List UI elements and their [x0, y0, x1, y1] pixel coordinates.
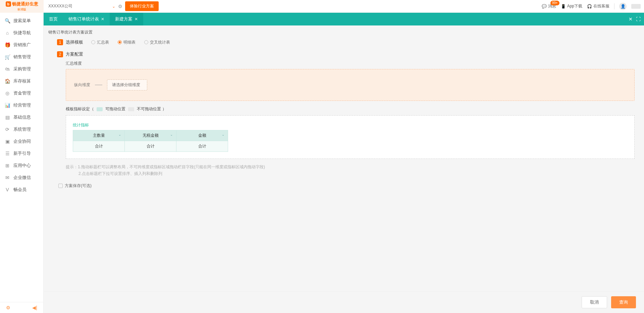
metric-header-main-qty[interactable]: 主数量 ⌄ — [73, 130, 125, 141]
nav-wework[interactable]: ✉企业微信 — [0, 172, 43, 184]
save-scheme-checkbox[interactable] — [58, 184, 63, 188]
company-name: XXXXXX公司 — [48, 3, 72, 9]
nav-basic-info[interactable]: ▤基础信息 — [0, 111, 43, 123]
nav-label: 库存核算 — [13, 78, 31, 84]
nav-funds[interactable]: ◎资金管理 — [0, 87, 43, 99]
nav-label: 新手引导 — [13, 150, 31, 156]
sidebar-collapse-icon[interactable]: ◀| — [32, 305, 37, 310]
sidebar-footer: ⚙ ◀| — [0, 302, 43, 313]
metrics-legend: 模板指标设定（ 可拖动位置 不可拖动位置 ） — [66, 106, 635, 112]
nav-apps[interactable]: ⊞应用中心 — [0, 160, 43, 172]
tab-bar: 首页 销售订单统计表 ✕ 新建方案 ✕ ✕ ⛶ — [44, 13, 644, 25]
nav-quick[interactable]: ⌂快捷导航 — [0, 27, 43, 39]
apps-icon: ⊞ — [5, 163, 10, 168]
doc-icon: ▤ — [5, 115, 10, 120]
tips-block: 提示：1.拖动标题栏可以调整布局，不可跨维度或指标区域拖动栏目字段(只能在同一维… — [66, 164, 635, 177]
phone-icon: 📱 — [561, 4, 566, 9]
tab-close-icon[interactable]: ✕ — [101, 17, 104, 21]
message-button[interactable]: 💬 消息 99+ — [542, 3, 556, 9]
settings-gear-icon[interactable]: ⚙ — [118, 4, 122, 9]
nav-sales[interactable]: 🛒销售管理 — [0, 51, 43, 63]
query-button[interactable]: 查询 — [611, 296, 636, 308]
template-radio-group: 汇总表 明细表 交叉统计表 — [91, 40, 170, 45]
radio-detail[interactable]: 明细表 — [118, 40, 136, 45]
experience-button[interactable]: 体验行业方案 — [125, 1, 159, 11]
nav-search-menu[interactable]: 🔍搜索菜单 — [0, 15, 43, 27]
chevron-down-icon[interactable]: ⌄ — [118, 133, 121, 136]
nav-label: 营销推广 — [13, 42, 31, 48]
nav-list: 🔍搜索菜单 ⌂快捷导航 🎁营销推广 🛒销售管理 🛍采购管理 🏠库存核算 ◎资金管… — [0, 13, 43, 302]
nav-label: 基础信息 — [13, 114, 31, 120]
radio-label: 明细表 — [123, 40, 136, 45]
app-download-button[interactable]: 📱 App下载 — [561, 3, 582, 9]
gear-icon: ⟳ — [5, 127, 10, 132]
radio-dot-icon — [91, 40, 95, 44]
nav-system[interactable]: ⟳系统管理 — [0, 123, 43, 135]
nav-label: 采购管理 — [13, 66, 31, 72]
nav-label: 搜索菜单 — [13, 18, 31, 24]
nav-inventory[interactable]: 🏠库存核算 — [0, 75, 43, 87]
radio-label: 交叉统计表 — [150, 40, 170, 45]
nav-label: 系统管理 — [13, 126, 31, 132]
tabs-close-all-icon[interactable]: ✕ — [629, 16, 633, 22]
cancel-button[interactable]: 取消 — [582, 296, 607, 308]
tab-sales-order-report[interactable]: 销售订单统计表 ✕ — [63, 13, 110, 25]
metrics-area: 统计指标 主数量 ⌄ 无税金额 — [66, 115, 635, 159]
online-service-button[interactable]: 🎧 在线客服 — [587, 3, 609, 9]
nav-vip[interactable]: V畅会员 — [0, 184, 43, 196]
radio-cross[interactable]: 交叉统计表 — [144, 40, 170, 45]
nav-label: 销售管理 — [13, 54, 31, 60]
dimension-dropzone[interactable]: 纵向维度 请选择分组维度 — [66, 69, 635, 101]
tab-home[interactable]: 首页 — [44, 13, 63, 25]
legend-not-draggable-swatch — [128, 107, 134, 111]
user-avatar[interactable]: 👤 — [619, 3, 627, 10]
metric-header-amount[interactable]: 金额 ⌄ — [176, 130, 228, 141]
nav-label: 经营管理 — [13, 102, 31, 108]
brand-logo: b 畅捷通好生意 标准版 — [0, 0, 44, 13]
nav-newbie[interactable]: ☰新手引导 — [0, 147, 43, 160]
tab-label: 销售订单统计表 — [68, 16, 99, 22]
nav-marketing[interactable]: 🎁营销推广 — [0, 39, 43, 51]
message-badge: 99+ — [550, 1, 559, 5]
brand-icon: b — [6, 1, 11, 7]
legend-draggable-swatch — [97, 107, 103, 111]
company-selector[interactable]: XXXXXX公司 ⌄ — [48, 3, 115, 9]
metrics-title: 统计指标 — [73, 122, 628, 128]
sidebar: 🔍搜索菜单 ⌂快捷导航 🎁营销推广 🛒销售管理 🛍采购管理 🏠库存核算 ◎资金管… — [0, 13, 44, 313]
save-scheme-row[interactable]: 方案保存(可选) — [58, 183, 639, 189]
nav-purchase[interactable]: 🛍采购管理 — [0, 63, 43, 75]
fullscreen-icon[interactable]: ⛶ — [636, 16, 641, 22]
bag-icon: 🛍 — [5, 66, 10, 72]
metrics-table: 主数量 ⌄ 无税金额 ⌄ 金额 — [73, 130, 228, 152]
tab-new-scheme[interactable]: 新建方案 ✕ — [110, 13, 143, 25]
tips-prefix: 提示： — [66, 165, 78, 169]
wechat-icon: ✉ — [5, 175, 10, 180]
nav-business[interactable]: 📊经营管理 — [0, 99, 43, 111]
metric-footer-cell: 合计 — [125, 141, 176, 152]
house-icon: 🏠 — [5, 78, 10, 84]
online-service-label: 在线客服 — [593, 3, 609, 9]
radio-summary[interactable]: 汇总表 — [91, 40, 109, 45]
nav-enterprise[interactable]: ▣企业协同 — [0, 135, 43, 147]
sidebar-settings-icon[interactable]: ⚙ — [6, 305, 10, 310]
nav-label: 资金管理 — [13, 90, 31, 96]
gift-icon: 🎁 — [5, 42, 10, 48]
app-download-label: App下载 — [567, 3, 582, 9]
divider — [614, 3, 614, 9]
headset-icon: 🎧 — [587, 4, 592, 9]
metric-header-no-tax-amount[interactable]: 无税金额 ⌄ — [125, 130, 176, 141]
radio-label: 汇总表 — [97, 40, 109, 45]
metric-header-label: 无税金额 — [143, 133, 159, 138]
dimension-placeholder-slot[interactable]: 请选择分组维度 — [107, 79, 147, 90]
tab-close-icon[interactable]: ✕ — [135, 17, 138, 21]
chevron-down-icon[interactable]: ⌄ — [222, 133, 224, 136]
nav-label: 应用中心 — [13, 163, 31, 169]
tips-line-1: 1.拖动标题栏可以调整布局，不可跨维度或指标区域拖动栏目字段(只能在同一维度或指… — [78, 165, 265, 169]
tips-line-2: 2.点击标题栏下拉可设置排序、插入列和删除列 — [66, 171, 162, 176]
metric-header-label: 主数量 — [93, 133, 105, 138]
legend-suffix: ） — [162, 106, 166, 112]
chevron-down-icon[interactable]: ⌄ — [170, 133, 173, 136]
legend-not-draggable-label: 不可拖动位置 — [137, 106, 161, 112]
step-1-label: 选择模板 — [66, 39, 83, 45]
nav-label: 畅会员 — [13, 187, 26, 193]
